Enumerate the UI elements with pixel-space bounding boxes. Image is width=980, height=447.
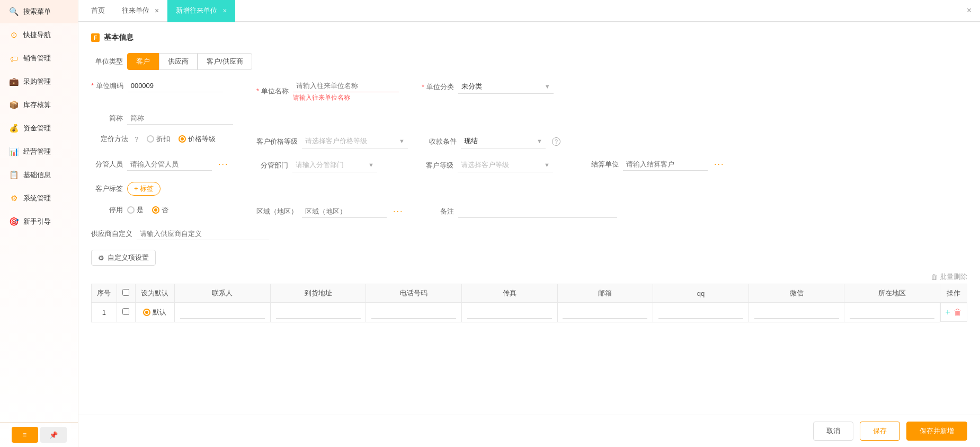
- col-phone: 电话号码: [366, 284, 462, 303]
- disabled-radio-no[interactable]: 否: [152, 205, 168, 215]
- unit-type-label: 单位类型: [91, 57, 123, 66]
- operations-icon: 📊: [8, 146, 19, 157]
- manager-more-btn[interactable]: ···: [216, 160, 230, 169]
- row-add-btn[interactable]: +: [946, 308, 950, 317]
- table-row: 1 默认: [92, 303, 967, 322]
- customer-price-level-placeholder: 请选择客户价格等级: [305, 136, 367, 146]
- sidebar-item-operations[interactable]: 📊 经营管理: [0, 140, 78, 163]
- unit-category-select[interactable]: 未分类 ▼: [458, 80, 554, 94]
- row-select-checkbox[interactable]: [122, 308, 129, 315]
- disabled-yes-label: 是: [137, 205, 144, 215]
- row-default-circle: [143, 309, 150, 316]
- disabled-radio-yes[interactable]: 是: [127, 205, 144, 215]
- select-all-checkbox[interactable]: [122, 289, 129, 296]
- sidebar-item-basic[interactable]: 📋 基础信息: [0, 163, 78, 187]
- sidebar-item-search[interactable]: 🔍 搜索菜单: [0, 0, 78, 23]
- tab-partners[interactable]: 往来单位 ×: [113, 0, 167, 22]
- row-qq-input[interactable]: [658, 306, 743, 319]
- sidebar-item-system[interactable]: ⚙ 系统管理: [0, 187, 78, 210]
- row-wechat-input[interactable]: [754, 306, 839, 319]
- row-fax: [461, 303, 557, 322]
- tab-bar-close-btn[interactable]: ×: [963, 4, 976, 17]
- customer-level-select[interactable]: 请选择客户等级 ▼: [458, 158, 553, 172]
- payment-terms-help-icon[interactable]: ?: [552, 137, 560, 146]
- guide-icon: 🎯: [8, 216, 19, 227]
- custom-settings-btn[interactable]: ⚙ 自定义项设置: [91, 250, 156, 266]
- unit-code-label: 单位编码: [91, 81, 123, 91]
- save-and-new-button[interactable]: 保存并新增: [906, 422, 967, 441]
- department-select[interactable]: 请输入分管部门 ▼: [292, 158, 377, 172]
- batch-delete-section: 🗑 批量删除: [91, 272, 967, 282]
- pricing-radio-discount[interactable]: 折扣: [147, 134, 170, 144]
- tab-new-partner-close[interactable]: ×: [222, 6, 227, 15]
- customer-tag-add-btn[interactable]: + 标签: [127, 182, 161, 196]
- tab-home[interactable]: 首页: [83, 0, 113, 22]
- remark-input[interactable]: [458, 205, 617, 218]
- unit-category-field: 单位分类 未分类 ▼: [422, 80, 570, 94]
- type-btn-supplier[interactable]: 供应商: [159, 53, 198, 70]
- custom-settings-label: 自定义项设置: [108, 253, 149, 262]
- supplier-custom-input[interactable]: [137, 227, 269, 240]
- sidebar-extra-btn[interactable]: 📌: [40, 427, 67, 443]
- row-default-radio[interactable]: 默认: [140, 308, 170, 317]
- sidebar-item-quicknav[interactable]: ⊙ 快捷导航: [0, 23, 78, 47]
- abbr-field: 简称: [91, 112, 239, 125]
- settlement-unit-input[interactable]: [623, 158, 708, 171]
- batch-delete-btn[interactable]: 批量删除: [940, 272, 967, 282]
- remark-field: 备注: [422, 205, 617, 218]
- pricing-row: 定价方法 ? 折扣 价格等级 客户价格等级 请选择客户价格等级: [91, 134, 967, 148]
- tab-home-label: 首页: [91, 6, 105, 15]
- row-fax-input[interactable]: [467, 306, 552, 319]
- department-chevron: ▼: [368, 162, 374, 168]
- sidebar-item-operations-label: 经营管理: [23, 147, 51, 156]
- customer-price-level-select[interactable]: 请选择客户价格等级 ▼: [302, 134, 408, 148]
- sidebar-item-sales[interactable]: 🏷 销售管理: [0, 47, 78, 70]
- type-btn-both[interactable]: 客户/供应商: [198, 53, 252, 70]
- unit-code-input[interactable]: [128, 80, 223, 92]
- sidebar-item-finance[interactable]: 💰 资金管理: [0, 117, 78, 140]
- row-delete-btn[interactable]: 🗑: [954, 308, 962, 317]
- pricing-method-field: 定价方法 ? 折扣 价格等级: [91, 134, 239, 144]
- col-checkbox: [117, 284, 135, 303]
- abbr-input[interactable]: [127, 112, 233, 125]
- supplier-custom-label: 供应商自定义: [91, 229, 132, 239]
- sidebar-bottom: ≡ 📌: [0, 422, 78, 447]
- custom-settings-icon: ⚙: [98, 254, 104, 262]
- row-default-label: 默认: [153, 308, 166, 317]
- row-email-input[interactable]: [563, 306, 647, 319]
- disabled-no-label: 否: [162, 205, 168, 215]
- disabled-radio-group: 是 否: [127, 205, 168, 215]
- settlement-unit-more-btn[interactable]: ···: [712, 160, 726, 169]
- row-region-input[interactable]: [850, 306, 934, 319]
- pricing-help-icon[interactable]: ?: [135, 135, 138, 143]
- unit-name-input[interactable]: [293, 80, 399, 92]
- row-index: 1: [92, 303, 117, 322]
- cancel-button[interactable]: 取消: [813, 422, 853, 441]
- pricing-radio-level[interactable]: 价格等级: [179, 134, 216, 144]
- payment-terms-chevron: ▼: [537, 138, 542, 144]
- payment-terms-select[interactable]: 现结 ▼: [461, 134, 546, 148]
- sidebar-item-guide[interactable]: 🎯 新手引导: [0, 210, 78, 233]
- region-label: 区域（地区）: [256, 207, 298, 216]
- row-address-input[interactable]: [276, 306, 361, 319]
- payment-terms-field: 收款条件 现结 ▼ ?: [425, 134, 573, 148]
- sidebar-item-sales-label: 销售管理: [23, 54, 51, 63]
- tab-new-partner[interactable]: 新增往来单位 ×: [167, 0, 235, 22]
- save-button[interactable]: 保存: [860, 422, 900, 441]
- region-input[interactable]: [302, 205, 387, 218]
- bottom-bar: 取消 保存 保存并新增: [78, 415, 980, 447]
- customer-tag-row: 客户标签 + 标签: [91, 182, 967, 196]
- sidebar-item-basic-label: 基础信息: [23, 170, 51, 180]
- sidebar: 🔍 搜索菜单 ⊙ 快捷导航 🏷 销售管理 💼 采购管理 📦 库存核算 💰 资金管…: [0, 0, 78, 447]
- row-phone-input[interactable]: [371, 306, 456, 319]
- region-more-btn[interactable]: ···: [391, 207, 405, 216]
- tab-partners-close[interactable]: ×: [155, 6, 159, 15]
- department-field: 分管部门 请输入分管部门 ▼: [256, 158, 405, 172]
- row-contact-input[interactable]: [180, 306, 265, 319]
- sidebar-collapse-btn[interactable]: ≡: [12, 427, 38, 443]
- manager-input[interactable]: [127, 158, 212, 171]
- type-btn-customer[interactable]: 客户: [127, 53, 159, 70]
- sidebar-item-purchase[interactable]: 💼 采购管理: [0, 70, 78, 93]
- sidebar-item-inventory[interactable]: 📦 库存核算: [0, 93, 78, 117]
- customer-tag-add-label: + 标签: [134, 184, 154, 194]
